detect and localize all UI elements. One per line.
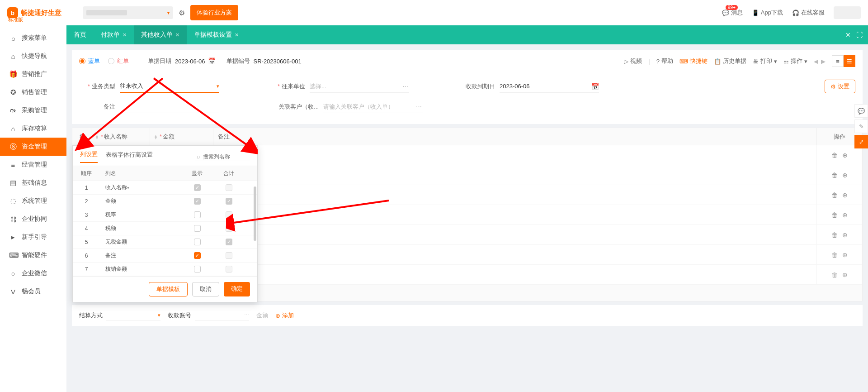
scrollbar[interactable] bbox=[254, 186, 256, 241]
copy-icon[interactable]: ⊕ bbox=[842, 271, 848, 278]
help-link[interactable]: ? 帮助 bbox=[656, 57, 673, 65]
party-input[interactable]: 选择... ⋯ bbox=[310, 80, 409, 93]
remark-input[interactable] bbox=[120, 100, 219, 113]
sidebar-item[interactable]: ✪销售管理 bbox=[0, 83, 66, 101]
popup-search[interactable]: ⌕ bbox=[195, 152, 250, 161]
checkbox-icon[interactable] bbox=[194, 225, 201, 232]
shortcut-link[interactable]: ⌨ 快捷键 bbox=[679, 57, 708, 65]
checkbox-icon[interactable] bbox=[194, 266, 201, 272]
sidebar-item[interactable]: ○企业微信 bbox=[0, 264, 66, 282]
ellipsis-icon[interactable]: ⋯ bbox=[416, 103, 423, 110]
sidebar-item[interactable]: Ⓢ资金管理 bbox=[0, 138, 66, 156]
checkbox-icon[interactable] bbox=[194, 211, 201, 218]
operate-link[interactable]: ⚏ 操作 ▾ bbox=[783, 57, 807, 65]
close-icon[interactable]: ✕ bbox=[123, 32, 127, 38]
settings-gear-icon[interactable]: ⚙ bbox=[179, 9, 185, 17]
radio-red[interactable]: 红单 bbox=[108, 57, 129, 65]
related-input[interactable]: 请输入关联客户（收入单） ⋯ bbox=[323, 100, 423, 113]
float-expand-icon[interactable]: ⤢ bbox=[854, 135, 868, 148]
sidebar-item[interactable]: ⌂库存核算 bbox=[0, 120, 66, 138]
ellipsis-icon[interactable]: ⋯ bbox=[402, 83, 409, 90]
delete-icon[interactable]: 🗑 bbox=[831, 152, 838, 159]
popup-search-input[interactable] bbox=[203, 153, 248, 160]
th-amount[interactable]: ▴▾ *金额 bbox=[150, 128, 213, 145]
view-list-icon[interactable]: ≡ bbox=[832, 55, 844, 67]
sidebar-item[interactable]: ▤基础信息 bbox=[0, 174, 66, 192]
sidebar-item[interactable]: ⌨智能硬件 bbox=[0, 246, 66, 264]
copy-icon[interactable]: ⊕ bbox=[842, 172, 848, 179]
fullscreen-icon[interactable]: ⛶ bbox=[856, 31, 863, 38]
checkbox-icon[interactable] bbox=[194, 239, 201, 245]
copy-icon[interactable]: ⊕ bbox=[842, 211, 848, 219]
popup-th-name: 列名 bbox=[100, 166, 181, 181]
checkbox-icon[interactable]: ✓ bbox=[226, 239, 232, 245]
ok-button[interactable]: 确定 bbox=[224, 282, 250, 296]
tab[interactable]: 首页 bbox=[66, 25, 94, 44]
video-link[interactable]: ▷ 视频 bbox=[624, 57, 642, 65]
user-avatar[interactable] bbox=[834, 6, 861, 19]
cancel-button[interactable]: 取消 bbox=[192, 282, 219, 296]
float-chat-icon[interactable]: 💬 bbox=[854, 104, 868, 118]
calendar-icon[interactable]: 📅 bbox=[591, 83, 599, 90]
checkbox-icon[interactable]: ✓ bbox=[226, 198, 232, 205]
th-remark[interactable]: 备注 bbox=[213, 128, 817, 145]
sort-icon: ▴▾ bbox=[96, 134, 98, 139]
prev-icon[interactable]: ◀ bbox=[814, 58, 818, 65]
view-card-icon[interactable]: ☰ bbox=[844, 55, 855, 67]
checkbox-icon[interactable]: ✓ bbox=[194, 198, 201, 205]
popup-tab-columns[interactable]: 列设置 bbox=[80, 150, 98, 163]
messages-link[interactable]: 💬 消息 99+ bbox=[722, 9, 743, 17]
org-selector[interactable]: ▾ bbox=[83, 6, 173, 19]
column-settings-gear[interactable]: ⚙ bbox=[72, 128, 91, 145]
sidebar-item[interactable]: ⌕搜索菜单 bbox=[0, 29, 66, 47]
tab[interactable]: 其他收入单✕ bbox=[134, 25, 187, 44]
account-input[interactable]: ⋯ bbox=[195, 311, 249, 320]
close-icon[interactable]: ✕ bbox=[175, 32, 179, 38]
sidebar-item[interactable]: ⌂快捷导航 bbox=[0, 47, 66, 65]
calendar-icon[interactable]: 📅 bbox=[208, 57, 216, 65]
app-download-link[interactable]: 📱 App下载 bbox=[752, 9, 783, 17]
delete-icon[interactable]: 🗑 bbox=[831, 231, 838, 239]
popup-tab-font[interactable]: 表格字体行高设置 bbox=[106, 151, 153, 163]
settings-button[interactable]: ⚙ 设置 bbox=[825, 80, 855, 93]
template-button[interactable]: 单据模板 bbox=[149, 282, 188, 296]
checkbox-icon[interactable]: ✓ bbox=[194, 252, 201, 259]
th-income-name[interactable]: ▴▾ *收入名称 bbox=[91, 128, 150, 145]
radio-blue[interactable]: 蓝单 bbox=[79, 57, 100, 65]
sidebar-item[interactable]: ⛓企业协同 bbox=[0, 210, 66, 228]
sidebar-item[interactable]: ≡经营管理 bbox=[0, 156, 66, 174]
sidebar-item[interactable]: 🛍采购管理 bbox=[0, 101, 66, 120]
sidebar-item[interactable]: ◌系统管理 bbox=[0, 192, 66, 210]
float-edit-icon[interactable]: ✎ bbox=[854, 120, 868, 133]
delete-icon[interactable]: 🗑 bbox=[831, 271, 838, 278]
delete-icon[interactable]: 🗑 bbox=[831, 191, 838, 199]
popup-th-sum: 合计 bbox=[213, 166, 245, 181]
delete-icon[interactable]: 🗑 bbox=[831, 211, 838, 219]
close-all-icon[interactable]: ✕ bbox=[845, 31, 851, 38]
history-link[interactable]: 📋 历史单据 bbox=[714, 57, 746, 65]
print-link[interactable]: 🖶 打印 ▾ bbox=[753, 57, 777, 65]
delete-icon[interactable]: 🗑 bbox=[831, 251, 838, 258]
copy-icon[interactable]: ⊕ bbox=[842, 191, 848, 199]
close-icon[interactable]: ✕ bbox=[235, 32, 239, 38]
add-button[interactable]: ⊕ 添加 bbox=[275, 311, 294, 320]
copy-icon[interactable]: ⊕ bbox=[842, 251, 848, 258]
copy-icon[interactable]: ⊕ bbox=[842, 231, 848, 239]
due-date-input[interactable]: 2023-06-06 📅 bbox=[500, 80, 599, 93]
checkbox-icon[interactable]: ✓ bbox=[194, 184, 201, 191]
sidebar-item[interactable]: V畅会员 bbox=[0, 282, 66, 301]
tab[interactable]: 单据模板设置✕ bbox=[187, 25, 246, 44]
settle-method-input[interactable]: ▾ bbox=[106, 311, 160, 320]
online-service-link[interactable]: 🎧 在线客服 bbox=[792, 9, 825, 17]
experience-button[interactable]: 体验行业方案 bbox=[190, 5, 238, 20]
copy-icon[interactable]: ⊕ bbox=[842, 152, 848, 159]
doc-date-value[interactable]: 2023-06-06 bbox=[175, 58, 205, 65]
tab[interactable]: 付款单✕ bbox=[94, 25, 134, 44]
sidebar-item-label: 销售管理 bbox=[22, 88, 47, 96]
sidebar-item[interactable]: 🎁营销推广 bbox=[0, 65, 66, 83]
sidebar-item[interactable]: ▸新手引导 bbox=[0, 228, 66, 246]
next-icon[interactable]: ▶ bbox=[821, 58, 826, 65]
right-float-toolbar: 💬 ✎ ⤢ bbox=[854, 104, 868, 148]
biz-type-input[interactable]: 往来收入 ▾ bbox=[120, 80, 219, 93]
delete-icon[interactable]: 🗑 bbox=[831, 172, 838, 179]
